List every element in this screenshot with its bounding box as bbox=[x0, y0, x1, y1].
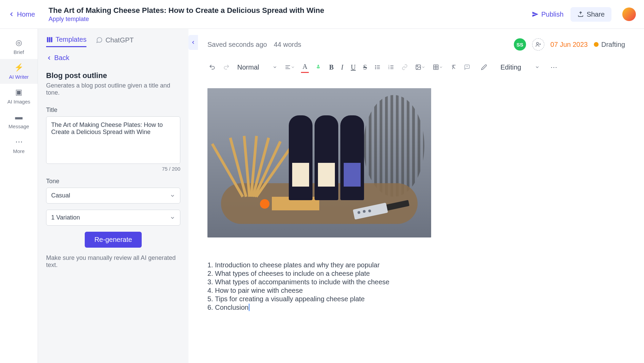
nav-ai-images[interactable]: ▣AI Images bbox=[0, 84, 38, 109]
nav-brief[interactable]: ◎Brief bbox=[0, 34, 38, 59]
numbered-list-icon: 123 bbox=[388, 64, 394, 70]
svg-text:3: 3 bbox=[388, 68, 389, 70]
bullet-list-button[interactable] bbox=[373, 63, 382, 72]
image-icon bbox=[415, 64, 421, 70]
editing-mode-select[interactable]: Editing bbox=[480, 62, 541, 73]
apply-template-link[interactable]: Apply template bbox=[48, 16, 532, 23]
list-item: What types of cheeses to include on a ch… bbox=[207, 270, 625, 278]
user-badge[interactable]: SS bbox=[514, 38, 526, 51]
add-user-button[interactable] bbox=[532, 38, 544, 51]
chevron-left-icon bbox=[46, 55, 52, 61]
word-count: 44 words bbox=[274, 41, 301, 49]
collapse-panel-button[interactable] bbox=[188, 35, 198, 50]
redo-button[interactable] bbox=[222, 62, 231, 72]
status-label: Drafting bbox=[601, 41, 625, 49]
format-label: Normal bbox=[237, 63, 259, 71]
left-nav: ◎Brief ⚡AI Writer ▣AI Images ▬Message ⋯M… bbox=[0, 29, 38, 363]
nav-more[interactable]: ⋯More bbox=[0, 133, 38, 158]
panel-desc: Generates a blog post outline given a ti… bbox=[46, 82, 180, 96]
underline-button[interactable]: U bbox=[349, 62, 357, 73]
variation-select[interactable]: 1 Variation bbox=[46, 210, 180, 226]
comment-icon bbox=[464, 64, 470, 70]
chat-icon bbox=[96, 37, 103, 43]
chevron-down-icon bbox=[170, 193, 175, 198]
status-badge[interactable]: Drafting bbox=[594, 41, 625, 49]
bolt-icon: ⚡ bbox=[14, 63, 23, 72]
tab-label: ChatGPT bbox=[105, 36, 134, 44]
bullet-list-icon bbox=[375, 64, 381, 70]
nav-label: Message bbox=[8, 123, 29, 129]
editing-label: Editing bbox=[501, 63, 521, 71]
home-label: Home bbox=[17, 11, 35, 18]
svg-point-7 bbox=[375, 65, 376, 66]
format-select[interactable]: Normal bbox=[236, 62, 279, 73]
variation-value: 1 Variation bbox=[51, 214, 80, 221]
publish-button[interactable]: Publish bbox=[532, 11, 564, 18]
chevron-down-icon bbox=[170, 215, 175, 221]
document-outline[interactable]: Introduction to cheese plates and why th… bbox=[207, 261, 625, 311]
svg-rect-1 bbox=[49, 37, 50, 42]
chevron-down-icon bbox=[421, 65, 425, 69]
tab-label: Templates bbox=[56, 36, 86, 43]
svg-point-3 bbox=[537, 42, 539, 44]
nav-message[interactable]: ▬Message bbox=[0, 109, 38, 133]
text-color-button[interactable]: A bbox=[301, 61, 308, 73]
table-button[interactable] bbox=[431, 63, 444, 72]
regenerate-button[interactable]: Re-generate bbox=[85, 232, 141, 248]
list-item: How to pair wine with cheese bbox=[207, 287, 625, 294]
document-image[interactable] bbox=[207, 88, 431, 237]
document-date: 07 Jun 2023 bbox=[550, 41, 588, 49]
tab-chatgpt[interactable]: ChatGPT bbox=[96, 36, 134, 47]
templates-panel: Templates ChatGPT Back Blog post outline… bbox=[38, 29, 188, 363]
nav-label: Brief bbox=[14, 49, 24, 55]
nav-ai-writer[interactable]: ⚡AI Writer bbox=[0, 59, 38, 84]
image-icon: ▣ bbox=[15, 88, 22, 97]
nav-label: AI Images bbox=[7, 99, 31, 104]
tab-templates[interactable]: Templates bbox=[46, 36, 86, 47]
numbered-list-button[interactable]: 123 bbox=[387, 63, 396, 72]
italic-button[interactable]: I bbox=[340, 62, 345, 73]
bold-button[interactable]: B bbox=[328, 62, 335, 73]
clear-format-icon bbox=[450, 64, 457, 70]
highlight-button[interactable] bbox=[314, 62, 323, 72]
svg-rect-0 bbox=[47, 37, 48, 42]
back-link[interactable]: Back bbox=[46, 54, 180, 62]
tone-label: Tone bbox=[46, 178, 180, 185]
align-button[interactable] bbox=[283, 63, 296, 72]
back-label: Back bbox=[54, 54, 69, 62]
user-plus-icon bbox=[535, 41, 541, 47]
upload-icon bbox=[577, 11, 584, 18]
user-avatar[interactable] bbox=[622, 7, 636, 21]
home-link[interactable]: Home bbox=[8, 11, 35, 18]
strikethrough-button[interactable]: S bbox=[362, 62, 368, 73]
clear-format-button[interactable] bbox=[449, 63, 458, 72]
link-icon bbox=[402, 64, 408, 70]
title-input[interactable] bbox=[46, 116, 180, 164]
publish-label: Publish bbox=[541, 11, 564, 18]
title-label: Title bbox=[46, 107, 180, 114]
tone-select[interactable]: Casual bbox=[46, 188, 180, 204]
list-item-text: Conclusion bbox=[215, 304, 249, 311]
chevron-left-icon bbox=[190, 40, 196, 45]
more-icon: ⋯ bbox=[15, 137, 23, 146]
share-button[interactable]: Share bbox=[570, 7, 611, 22]
more-toolbar-button[interactable]: ⋯ bbox=[549, 62, 559, 73]
undo-button[interactable] bbox=[207, 62, 217, 72]
table-icon bbox=[433, 64, 439, 70]
highlight-icon bbox=[315, 64, 322, 71]
chevron-down-icon bbox=[273, 65, 277, 70]
send-icon bbox=[532, 11, 539, 18]
editor-area: Saved seconds ago 44 words SS 07 Jun 202… bbox=[188, 29, 644, 363]
page-title: The Art of Making Cheese Plates: How to … bbox=[48, 6, 532, 15]
tone-value: Casual bbox=[51, 192, 70, 199]
chevron-down-icon bbox=[439, 65, 443, 69]
image-button[interactable] bbox=[414, 63, 427, 72]
comment-button[interactable] bbox=[463, 63, 471, 72]
chevron-down-icon bbox=[535, 65, 540, 70]
link-button[interactable] bbox=[400, 63, 409, 72]
char-count: 75 / 200 bbox=[46, 166, 180, 172]
chevron-down-icon bbox=[291, 65, 295, 69]
editor-toolbar: Normal A B I U S 123 Editing ⋯ bbox=[207, 59, 625, 79]
redo-icon bbox=[223, 64, 230, 71]
svg-point-9 bbox=[375, 69, 376, 69]
